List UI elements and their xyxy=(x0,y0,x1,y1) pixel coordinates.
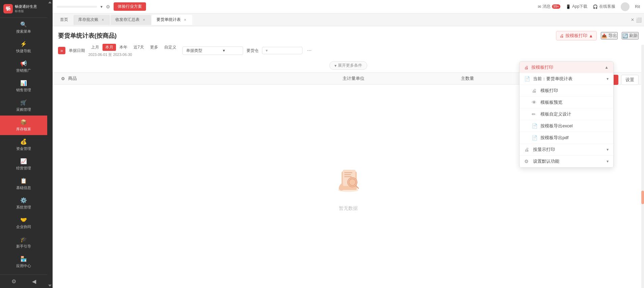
sidebar-item-shortcut[interactable]: ⚡ 快捷导航 xyxy=(0,37,47,57)
export-excel-icon: 📄 xyxy=(532,123,537,129)
app-download-label: App下载 xyxy=(572,4,587,9)
sidebar-item-apps[interactable]: 🏪 应用中心 xyxy=(0,252,47,272)
dropdown-title: 按模板打印 xyxy=(531,64,553,70)
date-custom-btn[interactable]: 自定义 xyxy=(162,44,179,51)
user-avatar[interactable] xyxy=(621,2,630,11)
date-more-btn[interactable]: 更多 xyxy=(147,44,161,51)
scroll-thumb[interactable] xyxy=(641,191,644,204)
printer-icon: 🖨 xyxy=(560,33,564,38)
display-print-arrow: ▾ xyxy=(607,147,609,152)
scroll-down-btn[interactable] xyxy=(47,285,53,287)
tab-order-stats-close[interactable]: × xyxy=(183,18,187,22)
table-settings-btn[interactable]: 设置 xyxy=(621,75,639,85)
sidebar-item-collab[interactable]: 🤝 企业协同 xyxy=(0,213,47,233)
sidebar-label-operations: 经营管理 xyxy=(16,166,31,171)
tab-order-stats[interactable]: 要货单统计表 × xyxy=(152,15,192,25)
date-last7-btn[interactable]: 近7天 xyxy=(131,44,147,51)
refresh-btn[interactable]: 🔄 刷新 xyxy=(622,32,639,39)
page-header: 要货单统计表(按商品) 🖨 按模板打印 ▲ 📤 导出 🔄 刷新 xyxy=(53,26,644,44)
sidebar: 畅 畅捷通好生意 标准版 🔍 搜索菜单 ⚡ 快捷导航 📢 营销推广 📊 销售管理… xyxy=(0,0,47,288)
header-search-box xyxy=(57,6,97,8)
col-unit: 主计量单位 xyxy=(296,75,410,82)
expand-more-btn[interactable]: ▾ 展开更多条件 xyxy=(329,61,367,70)
scroll-up-btn[interactable] xyxy=(47,1,53,3)
dropdown-header-left: 🖨 按模板打印 xyxy=(524,64,553,70)
window-close-btn[interactable]: × xyxy=(630,17,635,23)
app-download-btn[interactable]: 📱 App下载 xyxy=(566,4,587,9)
template-preview-icon: 👁 xyxy=(532,100,537,105)
basics-nav-icon: 📋 xyxy=(20,178,27,184)
export-pdf-label: 按模板导出pdf xyxy=(540,135,568,141)
template-design-label: 模板自定义设计 xyxy=(540,111,571,117)
dropdown-display-print[interactable]: 🖨 按显示打印 ▾ xyxy=(520,144,613,156)
sidebar-item-wechat[interactable]: 💬 企业微信 xyxy=(0,272,47,275)
sidebar-item-inventory[interactable]: 📦 库存核算 xyxy=(0,116,47,135)
guide-nav-icon: 🎓 xyxy=(20,236,27,243)
settings-icon: ⚙ xyxy=(61,76,65,81)
export-btn[interactable]: 📤 导出 xyxy=(601,32,618,39)
sidebar-label-finance: 资金管理 xyxy=(16,146,31,151)
dropdown-template-design[interactable]: ✏ 模板自定义设计 xyxy=(520,108,613,120)
page-actions: 🖨 按模板打印 ▲ 📤 导出 🔄 刷新 xyxy=(556,31,639,40)
sidebar-item-marketing[interactable]: 📢 营销推广 xyxy=(0,57,47,76)
filter-toggle-btn[interactable]: » xyxy=(58,47,65,54)
display-print-label: 按显示打印 xyxy=(533,147,555,153)
tab-batch-account[interactable]: 库存批次账 × xyxy=(74,15,110,25)
messages-btn[interactable]: ✉ 消息 99+ xyxy=(538,4,560,9)
search-nav-icon: 🔍 xyxy=(20,21,27,28)
finance-nav-icon: 💰 xyxy=(20,138,27,145)
print-btn[interactable]: 🖨 按模板打印 ▲ xyxy=(556,31,597,40)
dropdown-current-template[interactable]: 📄 当前：要货单统计表 ▾ xyxy=(520,73,613,85)
trial-btn[interactable]: 体验行业方案 xyxy=(114,2,146,11)
tab-batch-account-close[interactable]: × xyxy=(100,18,105,22)
dropdown-template-print[interactable]: 🖨 模板打印 xyxy=(520,85,613,97)
sidebar-item-operations[interactable]: 📈 经营管理 xyxy=(0,155,47,174)
date-current-year-btn[interactable]: 本年 xyxy=(117,44,130,51)
sidebar-settings-icon[interactable]: ⚙ xyxy=(11,278,16,285)
sidebar-logo-text-block: 畅捷通好生意 标准版 xyxy=(15,4,37,13)
tab-order-stats-label: 要货单统计表 xyxy=(156,17,181,23)
dropdown-collapse-btn[interactable]: ▲ xyxy=(605,65,609,70)
sidebar-item-purchase[interactable]: 🛒 采购管理 xyxy=(0,96,47,116)
sales-nav-icon: 📊 xyxy=(20,80,27,86)
empty-illustration xyxy=(331,161,365,201)
sidebar-label-sales: 销售管理 xyxy=(16,88,31,93)
dropdown-export-pdf[interactable]: 📄 按模板导出pdf xyxy=(520,132,613,144)
export-icon: 📤 xyxy=(602,33,607,38)
dropdown-template-preview[interactable]: 👁 模板板预览 xyxy=(520,97,613,108)
sidebar-item-finance[interactable]: 💰 资金管理 xyxy=(0,135,47,155)
col-product: 商品 xyxy=(68,75,296,82)
sidebar-item-basics[interactable]: 📋 基础信息 xyxy=(0,174,47,194)
more-filter-input[interactable]: ▾ xyxy=(262,47,302,54)
window-maximize-btn[interactable]: ⬜ xyxy=(636,17,641,23)
collab-nav-icon: 🤝 xyxy=(20,217,27,223)
export-pdf-icon: 📄 xyxy=(532,135,537,140)
template-print-label: 模板打印 xyxy=(540,88,558,94)
sidebar-item-search[interactable]: 🔍 搜索菜单 xyxy=(0,18,47,37)
date-current-month-btn[interactable]: 本月 xyxy=(103,44,116,51)
sidebar-item-sales[interactable]: 📊 销售管理 xyxy=(0,76,47,96)
filter-more-dots[interactable]: ··· xyxy=(306,47,313,54)
online-service-btn[interactable]: 🎧 在线客服 xyxy=(593,4,615,9)
tab-home[interactable]: 首页 xyxy=(55,15,73,25)
dropdown-set-default[interactable]: ⚙ 设置默认功能 ▾ xyxy=(520,156,613,167)
export-excel-label: 按模板导出excel xyxy=(540,123,573,129)
col-settings[interactable]: ⚙ xyxy=(58,76,68,81)
header-dropdown-arrow[interactable]: ▾ xyxy=(100,4,103,9)
sidebar-item-guide[interactable]: 🎓 新手引导 xyxy=(0,233,47,252)
scroll-up-arrow-icon xyxy=(48,1,52,3)
sidebar-item-system[interactable]: ⚙️ 系统管理 xyxy=(0,194,47,213)
header-gear-icon[interactable]: ⚙ xyxy=(106,4,110,9)
sidebar-logo: 畅 畅捷通好生意 标准版 xyxy=(0,0,47,18)
sidebar-collapse-icon[interactable]: ◀ xyxy=(32,278,36,285)
tab-receipt-summary-close[interactable]: × xyxy=(142,18,146,22)
dropdown-export-excel[interactable]: 📄 按模板导出excel xyxy=(520,120,613,132)
print-dropdown-arrow: ▲ xyxy=(589,33,593,38)
tab-receipt-summary[interactable]: 收发存汇总表 × xyxy=(111,15,151,25)
type-filter-select[interactable]: 单据类型 ▾ xyxy=(182,46,243,55)
dropdown-header: 🖨 按模板打印 ▲ xyxy=(520,62,613,73)
date-prev-month-btn[interactable]: 上月 xyxy=(88,44,102,51)
tab-receipt-summary-label: 收发存汇总表 xyxy=(115,17,140,23)
inventory-nav-icon: 📦 xyxy=(20,119,27,125)
marketing-nav-icon: 📢 xyxy=(20,60,27,67)
